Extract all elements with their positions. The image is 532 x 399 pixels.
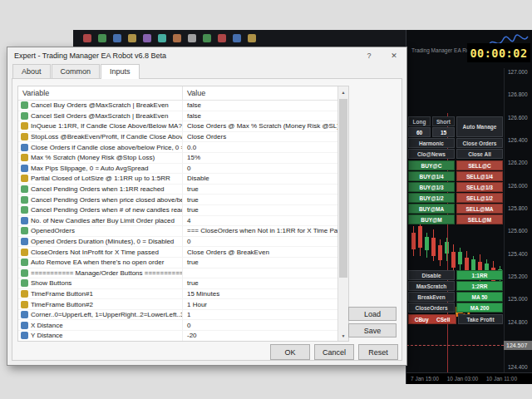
value-cell[interactable]: true <box>183 185 337 193</box>
variable-column-header[interactable]: Variable <box>18 86 183 100</box>
tab[interactable]: Inputs <box>101 64 140 79</box>
table-row[interactable]: OpenedOrders=== CloseOrders when Not in … <box>18 226 337 237</box>
scroll-up-icon[interactable]: ▲ <box>338 86 348 97</box>
toolbar-icon[interactable] <box>128 34 136 42</box>
value-cell[interactable]: === CloseOrders when Not in 1:1RR for X … <box>183 227 337 234</box>
manage-button[interactable]: MA 200 <box>456 303 503 313</box>
manage-button[interactable]: CloseOrders <box>408 303 455 313</box>
cancel-button[interactable]: Cancel <box>314 344 354 360</box>
dialog-titlebar[interactable]: Expert - Trading Manager EA Robot v6.8 B… <box>7 47 406 64</box>
timeframe-button-60[interactable]: 60 <box>408 127 431 137</box>
panel-button[interactable]: Close All <box>456 149 503 159</box>
table-row[interactable]: Partial Closed of LotSize @ 1:1RR up to … <box>18 174 337 185</box>
value-cell[interactable]: true <box>183 196 337 204</box>
value-cell[interactable]: 0 <box>183 238 337 245</box>
buy-button[interactable]: BUY@1/4 <box>408 171 455 181</box>
table-row[interactable]: Opened Orders Duration (Minutes), 0 = Di… <box>18 237 337 248</box>
table-row[interactable]: Corner..0=UpperLeft, 1=UpperRight..2=Low… <box>18 310 337 321</box>
value-cell[interactable]: 15 Minutes <box>183 290 337 298</box>
manage-button[interactable]: MaxScratch <box>408 281 455 291</box>
table-row[interactable]: TimeFrame Button#21 Hour <box>18 299 337 310</box>
toolbar-icon[interactable] <box>158 34 166 42</box>
table-row[interactable]: Show Buttonstrue <box>18 278 337 289</box>
toolbar-icon[interactable] <box>248 34 256 42</box>
sell-button[interactable]: SELL@C <box>456 160 503 170</box>
buy-button[interactable]: BUY@1/3 <box>408 182 455 192</box>
table-row[interactable]: StopLoss @BreakEven/Profit, If Candle Cl… <box>18 132 337 143</box>
table-row[interactable]: No. of New Candles after Buy Limit Order… <box>18 216 337 227</box>
value-cell[interactable]: Close Orders @ Max % Scratch (Money Risk… <box>183 122 337 130</box>
help-icon[interactable]: ? <box>357 47 382 64</box>
buy-button[interactable]: BUY@C <box>408 160 455 170</box>
table-row[interactable]: Auto Remove EA when there's no open orde… <box>18 258 337 268</box>
table-row[interactable]: TimeFrame Button#115 Minutes <box>18 289 337 300</box>
cbuy-label[interactable]: CBuy <box>415 317 429 323</box>
buy-button[interactable]: BUY@MA <box>408 204 455 214</box>
value-cell[interactable]: true <box>183 206 337 214</box>
close-buy-sell-button[interactable]: CBuy CSell <box>408 314 456 324</box>
scrollbar-thumb[interactable] <box>339 99 347 278</box>
table-row[interactable]: Cancel Pending Orders when # of new cand… <box>18 205 337 216</box>
panel-button[interactable]: Close Orders <box>456 138 503 148</box>
tab[interactable]: About <box>12 64 51 78</box>
panel-button[interactable]: Harmonic <box>408 138 455 148</box>
value-cell[interactable]: true <box>183 259 337 266</box>
manage-button[interactable]: 1:1RR <box>456 270 503 280</box>
toolbar-icon[interactable] <box>98 34 106 42</box>
table-row[interactable]: Cancel Pending Orders when 1:1RR reached… <box>18 185 337 195</box>
value-cell[interactable]: 1 Hour <box>183 301 337 308</box>
value-cell[interactable]: 0 <box>183 322 337 329</box>
table-row[interactable]: Max Pips Slippage, 0 = Auto AvgSpread0 <box>18 164 337 175</box>
table-row[interactable]: X Distance0 <box>18 320 337 331</box>
toolbar-icon[interactable] <box>203 34 211 42</box>
table-row[interactable]: Cancel Pending Orders when price closed … <box>18 195 337 205</box>
table-row[interactable]: Cancel Buy Orders @MaxScratch | BreakEve… <box>18 101 337 111</box>
toolbar-icon[interactable] <box>83 34 91 42</box>
value-cell[interactable]: -20 <box>183 332 337 339</box>
reset-button[interactable]: Reset <box>358 344 398 360</box>
buy-button[interactable]: BUY@1/2 <box>408 193 455 203</box>
sell-button[interactable]: SELL@1/2 <box>456 193 503 203</box>
tab[interactable]: Common <box>52 64 101 78</box>
value-cell[interactable]: true <box>183 279 337 287</box>
panel-button[interactable]: Clo@News <box>408 149 455 159</box>
value-cell[interactable]: 0 <box>183 165 337 172</box>
value-cell[interactable]: Close Orders <box>183 133 337 140</box>
auto-manage-button[interactable]: Auto Manage <box>456 116 503 137</box>
sell-button[interactable]: SELL@MA <box>456 204 503 214</box>
value-cell[interactable]: 15% <box>183 154 337 161</box>
value-cell[interactable]: false <box>183 112 337 120</box>
close-icon[interactable]: ✕ <box>382 47 406 64</box>
save-button[interactable]: Save <box>348 323 397 337</box>
toolbar-icon[interactable] <box>218 34 226 42</box>
table-row[interactable]: Y Distance-20 <box>18 331 337 341</box>
sell-button[interactable]: SELL@M <box>456 214 503 224</box>
sell-button[interactable]: SELL@1/4 <box>456 171 503 181</box>
sell-button[interactable]: SELL@1/3 <box>456 182 503 192</box>
value-cell[interactable]: 0.0 <box>183 144 337 151</box>
table-row[interactable]: CloseOrders Not InProfit for X Time pass… <box>18 247 337 258</box>
csell-label[interactable]: CSell <box>436 317 450 323</box>
table-row[interactable]: =========== Manage/Order Buttons =======… <box>18 268 337 279</box>
manage-button[interactable]: MA 50 <box>456 292 503 302</box>
manage-button[interactable]: 1:2RR <box>456 281 503 291</box>
value-column-header[interactable]: Value <box>183 86 337 100</box>
value-cell[interactable]: 1 <box>183 311 337 318</box>
table-row[interactable]: InQueue 1:1RR, If Candle Close Above/Bel… <box>18 121 337 132</box>
value-cell[interactable]: Close Orders @ BreakEven <box>183 249 337 256</box>
load-button[interactable]: Load <box>348 307 397 321</box>
value-cell[interactable]: Disable <box>183 175 337 182</box>
value-cell[interactable]: false <box>183 101 337 109</box>
scroll-down-icon[interactable]: ▼ <box>338 330 348 341</box>
table-row[interactable]: Cancel Sell Orders @MaxScratch | BreakEv… <box>18 111 337 122</box>
table-row[interactable]: Close Orders if Candle close above/below… <box>18 142 337 153</box>
manage-button[interactable]: BreakEven <box>408 292 455 302</box>
table-scrollbar[interactable]: ▲ ▼ <box>337 86 348 341</box>
ok-button[interactable]: OK <box>270 344 310 360</box>
timeframe-button-15[interactable]: 15 <box>432 127 455 137</box>
toolbar-icon[interactable] <box>173 34 181 42</box>
toolbar-icon[interactable] <box>188 34 196 42</box>
value-cell[interactable]: 4 <box>183 217 337 224</box>
toolbar-icon[interactable] <box>113 34 121 42</box>
scrollbar-track[interactable] <box>338 97 348 330</box>
